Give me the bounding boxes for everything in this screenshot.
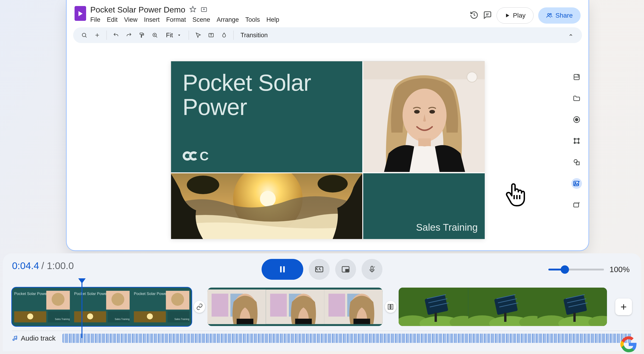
- svg-point-3: [548, 13, 550, 15]
- svg-point-33: [575, 182, 576, 183]
- captions-button[interactable]: [309, 259, 330, 280]
- collapse-toolbar-icon[interactable]: [565, 30, 576, 41]
- svg-rect-93: [434, 313, 437, 322]
- svg-rect-77: [295, 319, 312, 324]
- music-note-icon: [12, 335, 18, 341]
- folder-icon[interactable]: [571, 93, 582, 104]
- svg-rect-50: [48, 311, 70, 322]
- svg-rect-82: [354, 319, 370, 324]
- layout-icon[interactable]: [571, 136, 582, 146]
- scene-gen-icon[interactable]: [571, 199, 582, 210]
- captions-icon: [315, 265, 324, 274]
- zoom-fit-dropdown[interactable]: Fit: [162, 30, 185, 41]
- total-duration: 1:00.0: [47, 260, 74, 271]
- clip-thumb: [538, 288, 607, 326]
- play-icon: [505, 13, 510, 18]
- audio-track-row[interactable]: Audio track: [12, 331, 632, 343]
- menu-view[interactable]: View: [124, 16, 138, 23]
- fill-icon[interactable]: [218, 30, 230, 41]
- stage-area: Pocket Solar Power C: [67, 55, 588, 250]
- clip-group-1[interactable]: Pocket Solar Power Sales Training Pocket…: [12, 288, 192, 326]
- svg-rect-111: [574, 313, 576, 322]
- menu-bar: File Edit View Insert Format Scene Arran…: [90, 16, 466, 23]
- svg-point-47: [52, 293, 64, 306]
- image-gen-icon[interactable]: [571, 178, 582, 189]
- clip-link-icon[interactable]: [194, 301, 205, 313]
- timeline-panel: 0:04.4 / 1:00.0 100%: [3, 253, 641, 351]
- voiceover-button[interactable]: [362, 259, 382, 280]
- clip-thumb: [266, 288, 324, 326]
- slide-scenery-image: [171, 173, 363, 239]
- star-icon[interactable]: [189, 6, 196, 14]
- pip-button[interactable]: [335, 259, 356, 280]
- clip-thumb: Pocket Solar Power Sales Training: [72, 288, 132, 326]
- chevron-down-icon: [177, 33, 181, 37]
- clip-group-2[interactable]: [208, 288, 382, 326]
- menu-format[interactable]: Format: [166, 16, 186, 23]
- svg-point-21: [318, 175, 348, 193]
- themes-icon[interactable]: [571, 72, 582, 82]
- doc-title[interactable]: Pocket Solar Power Demo: [90, 5, 185, 14]
- menu-insert[interactable]: Insert: [144, 16, 160, 23]
- toolbar: Fit Transition: [73, 27, 582, 43]
- playback-controls: [262, 259, 382, 280]
- svg-text:Pocket Solar Power: Pocket Solar Power: [14, 292, 48, 296]
- clip-group-3[interactable]: [398, 288, 607, 326]
- menu-scene[interactable]: Scene: [192, 16, 210, 23]
- people-icon: [546, 12, 552, 19]
- menu-arrange[interactable]: Arrange: [217, 16, 239, 23]
- play-button[interactable]: Play: [496, 7, 534, 23]
- select-tool-icon[interactable]: [192, 30, 204, 41]
- slide-presenter-video: [363, 61, 485, 173]
- slide-canvas[interactable]: Pocket Solar Power C: [171, 61, 484, 239]
- zoom-slider[interactable]: [548, 269, 604, 271]
- menu-edit[interactable]: Edit: [107, 16, 118, 23]
- clip-transition-icon[interactable]: [385, 301, 396, 313]
- svg-point-24: [575, 118, 578, 121]
- svg-rect-66: [168, 311, 189, 322]
- svg-rect-102: [504, 313, 506, 322]
- svg-text:Pocket Solar Power: Pocket Solar Power: [134, 292, 168, 296]
- menu-help[interactable]: Help: [266, 16, 280, 23]
- svg-rect-42: [346, 269, 348, 271]
- svg-point-5: [82, 33, 86, 36]
- svg-text:Pocket Solar Power: Pocket Solar Power: [74, 292, 108, 296]
- share-button[interactable]: Share: [538, 7, 580, 23]
- svg-rect-34: [574, 203, 578, 207]
- svg-rect-58: [108, 311, 130, 322]
- svg-point-4: [550, 13, 552, 15]
- history-icon[interactable]: [470, 11, 478, 20]
- svg-text:Sales Training: Sales Training: [174, 318, 189, 321]
- clip-thumb: [324, 288, 383, 326]
- svg-point-20: [187, 176, 219, 194]
- svg-point-12: [467, 72, 477, 82]
- record-icon[interactable]: [571, 114, 582, 125]
- clip-thumb: [208, 288, 266, 326]
- slide-subtitle-panel: Sales Training: [363, 173, 485, 239]
- add-icon[interactable]: [92, 30, 103, 41]
- redo-icon[interactable]: [124, 30, 134, 41]
- move-icon[interactable]: [200, 6, 208, 14]
- comment-icon[interactable]: [483, 11, 492, 20]
- svg-point-55: [112, 293, 124, 306]
- add-clip-button[interactable]: +: [615, 299, 632, 315]
- app-icon[interactable]: [74, 6, 86, 21]
- mic-sparkle-icon: [368, 265, 376, 274]
- slide-logo: C: [183, 149, 351, 163]
- svg-point-65: [147, 314, 153, 320]
- playhead[interactable]: [82, 283, 82, 338]
- search-icon[interactable]: [79, 30, 90, 41]
- textbox-icon[interactable]: [206, 30, 217, 41]
- menu-tools[interactable]: Tools: [246, 16, 260, 23]
- zoom-in-icon[interactable]: [149, 30, 160, 41]
- svg-marker-0: [190, 6, 196, 12]
- transition-button[interactable]: Transition: [237, 32, 271, 39]
- shapes-icon[interactable]: [571, 157, 582, 168]
- pause-button[interactable]: [262, 259, 303, 280]
- svg-text:Sales Training: Sales Training: [114, 318, 130, 321]
- undo-icon[interactable]: [110, 30, 122, 41]
- paint-format-icon[interactable]: [136, 30, 148, 41]
- menu-file[interactable]: File: [90, 16, 100, 23]
- svg-rect-43: [371, 266, 373, 270]
- audio-waveform[interactable]: [62, 334, 632, 343]
